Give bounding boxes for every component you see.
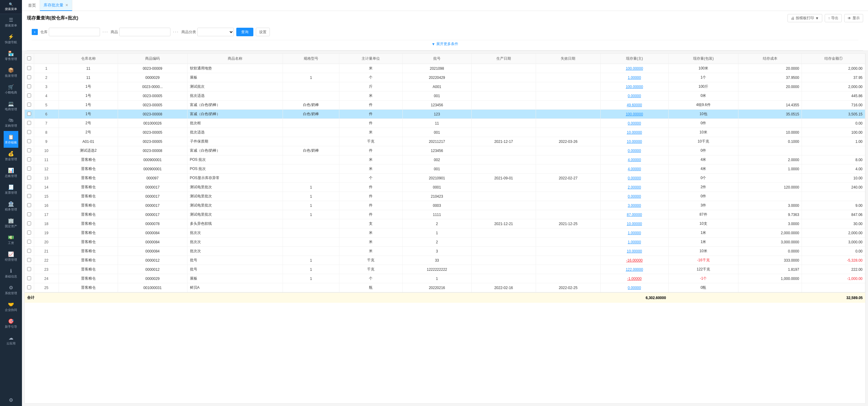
row-checkbox[interactable] xyxy=(25,137,34,146)
row-qty-main[interactable]: 1.00000 xyxy=(600,73,668,82)
row-qty-main[interactable]: 0.00000 xyxy=(600,174,668,183)
settings-button[interactable]: 设置 xyxy=(256,28,270,36)
row-warehouse: 晋客粮仓 xyxy=(59,229,118,238)
export-button[interactable]: ↑ 导出 xyxy=(825,14,842,22)
sidebar-item-tax[interactable]: 🏦税务管理 xyxy=(4,198,18,215)
row-qty-main[interactable]: 0.00000 xyxy=(600,146,668,155)
inventory-table: 仓库名称 商品编码 商品名称 规格型号 主计量单位 批号 生产日期 失效日期 现… xyxy=(25,54,865,303)
sidebar-item-cloud[interactable]: ☁云应用 xyxy=(4,332,18,349)
sidebar-item-system[interactable]: ⚙系统管理 xyxy=(4,282,18,299)
sidebar-item-general[interactable]: 📊总账管理 xyxy=(4,165,18,181)
row-qty-main[interactable]: 10.00000 xyxy=(600,137,668,146)
sidebar-item-quick-nav[interactable]: ⚡快捷导航 xyxy=(4,31,18,47)
row-produce-date xyxy=(471,201,536,210)
row-checkbox[interactable] xyxy=(25,73,34,82)
row-qty-main[interactable]: -16.00000 xyxy=(600,256,668,265)
row-checkbox[interactable] xyxy=(25,192,34,201)
sidebar-item-collab[interactable]: 🤝企业协同 xyxy=(4,299,18,315)
sidebar-item-purchase[interactable]: 🛍采购管理 xyxy=(4,114,18,131)
sidebar-item-wholesale[interactable]: 📦批发管理 xyxy=(4,64,18,81)
row-qty-main[interactable]: 100.00000 xyxy=(600,64,668,73)
row-qty-main[interactable]: 1.00000 xyxy=(600,238,668,247)
row-qty-main[interactable]: 10.00000 xyxy=(600,219,668,229)
row-qty-main[interactable]: 10.00000 xyxy=(600,247,668,256)
row-checkbox[interactable] xyxy=(25,119,34,128)
row-checkbox[interactable] xyxy=(25,219,34,229)
row-checkbox[interactable] xyxy=(25,256,34,265)
settings-icon[interactable]: ⚙ xyxy=(0,394,22,406)
row-checkbox[interactable] xyxy=(25,146,34,155)
row-qty-main[interactable]: 0.00000 xyxy=(600,119,668,128)
table-row: 20 晋客粮仓 0000084 批次次 米 2 1.00000 1米 3,000… xyxy=(25,238,865,247)
row-checkbox[interactable] xyxy=(25,82,34,91)
row-unit: 千克 xyxy=(339,265,402,274)
tab-inventory-batch[interactable]: 库存批次量 ✕ xyxy=(40,0,72,11)
row-checkbox[interactable] xyxy=(25,128,34,137)
row-checkbox[interactable] xyxy=(25,210,34,219)
row-qty-main[interactable]: 49.60000 xyxy=(600,101,668,110)
sidebar-item-invoice[interactable]: 🧾发票管理 xyxy=(4,181,18,198)
row-expire-date xyxy=(536,256,600,265)
search-button[interactable]: 查询 xyxy=(236,28,253,36)
row-qty-main[interactable]: 100.00000 xyxy=(600,110,668,119)
row-checkbox[interactable] xyxy=(25,174,34,183)
select-all-checkbox[interactable] xyxy=(27,56,31,60)
show-button[interactable]: 👁 显示 xyxy=(844,14,863,22)
filter-expand-icon[interactable]: › xyxy=(32,29,38,35)
product-input[interactable] xyxy=(119,28,170,36)
row-qty-main[interactable]: 122.00000 xyxy=(600,265,668,274)
warehouse-input[interactable] xyxy=(49,28,100,36)
sidebar-search[interactable]: 🔍 搜索菜单 xyxy=(0,0,22,14)
row-qty-main[interactable]: 0.00000 xyxy=(600,283,668,293)
row-checkbox[interactable] xyxy=(25,110,34,119)
row-unit-cost: 10.0000 xyxy=(738,128,802,137)
row-checkbox[interactable] xyxy=(25,201,34,210)
row-qty-main[interactable]: 1.00000 xyxy=(600,229,668,238)
expand-more-button[interactable]: ▼ 展开更多条件 xyxy=(32,40,858,48)
row-qty-main[interactable]: 100.00000 xyxy=(600,82,668,91)
row-expire-date: 2022-02-25 xyxy=(536,283,600,293)
sidebar-item-payroll[interactable]: 💵工资 xyxy=(4,232,18,248)
wholesale-icon: 📦 xyxy=(8,67,14,73)
row-checkbox[interactable] xyxy=(25,247,34,256)
row-batch: 20220429 xyxy=(402,73,471,82)
row-qty-main[interactable]: 87.00000 xyxy=(600,210,668,219)
row-qty-main[interactable]: 3.00000 xyxy=(600,201,668,210)
tab-home[interactable]: 首页 xyxy=(24,0,40,11)
th-spec: 规格型号 xyxy=(283,54,339,64)
row-qty-main[interactable]: 4.00000 xyxy=(600,155,668,165)
row-checkbox[interactable] xyxy=(25,91,34,101)
row-qty-main[interactable]: 4.00000 xyxy=(600,165,668,174)
sidebar-item-ops[interactable]: 📈经营管理 xyxy=(4,248,18,265)
row-qty-main[interactable]: 10.00000 xyxy=(600,128,668,137)
row-expire-date xyxy=(536,192,600,201)
row-qty-main[interactable]: 2.00000 xyxy=(600,183,668,192)
sidebar-item-new-guide[interactable]: 🎯新手引导 xyxy=(4,315,18,332)
row-checkbox[interactable] xyxy=(25,274,34,283)
sidebar-item-inventory[interactable]: 📋库存核账 xyxy=(4,131,18,148)
sidebar-item-search[interactable]: ☰搜索菜单 xyxy=(4,14,18,31)
row-checkbox[interactable] xyxy=(25,238,34,247)
category-select[interactable] xyxy=(197,28,234,36)
row-qty-main[interactable]: 0.00000 xyxy=(600,91,668,101)
tab-close-icon[interactable]: ✕ xyxy=(65,3,68,7)
sidebar-item-mini-ecom[interactable]: 🛒小鹅电商 xyxy=(4,81,18,98)
print-button[interactable]: 🖨 按模板打印 ▼ xyxy=(787,14,822,22)
row-checkbox[interactable] xyxy=(25,155,34,165)
sidebar-item-retail[interactable]: 🏪零售管理 xyxy=(4,47,18,64)
row-checkbox[interactable] xyxy=(25,265,34,274)
row-warehouse: 11 xyxy=(59,73,118,82)
sidebar-item-ecom[interactable]: 💻电商管理 xyxy=(4,98,18,114)
sidebar-item-fixed-assets[interactable]: 🏢固定资产 xyxy=(4,215,18,232)
row-qty-main[interactable]: 0.00000 xyxy=(600,192,668,201)
row-checkbox[interactable] xyxy=(25,283,34,293)
row-expire-date xyxy=(536,101,600,110)
row-checkbox[interactable] xyxy=(25,183,34,192)
sidebar-item-basic-info[interactable]: ℹ基础信息 xyxy=(4,265,18,282)
row-checkbox[interactable] xyxy=(25,64,34,73)
sidebar-item-finance[interactable]: 💰资金管理 xyxy=(4,148,18,165)
row-checkbox[interactable] xyxy=(25,229,34,238)
row-checkbox[interactable] xyxy=(25,101,34,110)
row-checkbox[interactable] xyxy=(25,165,34,174)
row-qty-main[interactable]: -1.00000 xyxy=(600,274,668,283)
